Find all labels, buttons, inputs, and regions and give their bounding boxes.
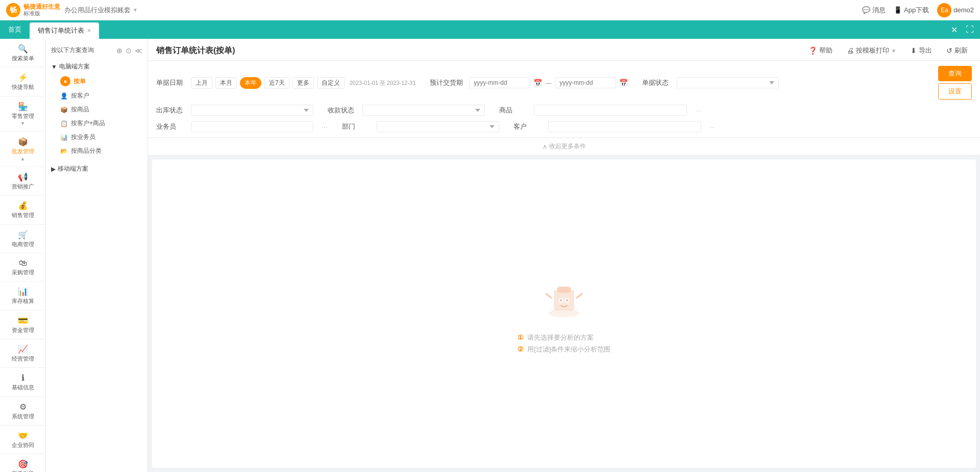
week-button[interactable]: 近7天 — [264, 77, 289, 89]
empty-illustration — [538, 272, 590, 323]
sidebar-item-search[interactable]: 🔍 搜索菜单 — [0, 39, 45, 67]
help-button[interactable]: ❓ 帮助 — [804, 44, 837, 57]
delivery-label: 出库状态 — [156, 106, 185, 115]
tree-child-by-goods-cat[interactable]: 📂 按商品分类 — [46, 144, 148, 158]
collapse-chevron-icon: ∧ — [543, 143, 547, 150]
empty-state: ① 请先选择要分析的方案 ② 用[过滤]条件来缩小分析范围 — [152, 159, 976, 468]
goods-input[interactable] — [534, 105, 687, 116]
system-icon: ⚙ — [19, 402, 27, 412]
wholesale-arrow-icon: ▲ — [20, 156, 26, 161]
sidebar-item-ecommerce[interactable]: 🛒 电商管理 — [0, 225, 45, 253]
salesman-input[interactable] — [191, 121, 313, 132]
tree-child-by-customer-goods[interactable]: 📋 按客户+商品 — [46, 116, 148, 130]
maximize-icon[interactable]: ⛶ — [964, 23, 976, 36]
cal-from-icon[interactable]: 📅 — [533, 79, 542, 87]
salesman-more-icon[interactable]: ··· — [322, 123, 328, 131]
sidebar-item-enterprise[interactable]: 🤝 企业协同 — [0, 426, 45, 454]
tree-child-by-salesman[interactable]: 📊 按业务员 — [46, 130, 148, 144]
tab-home[interactable]: 首页 — [0, 20, 30, 39]
tree-parent-mobile-label: 移动端方案 — [58, 164, 88, 173]
delivery-select[interactable] — [191, 105, 313, 116]
sidebar-item-guide[interactable]: 🎯 新手引导 — [0, 454, 45, 472]
expected-date-to[interactable] — [555, 77, 616, 88]
cur-month-button[interactable]: 本月 — [215, 77, 237, 89]
sidebar-item-sales[interactable]: 💰 销售管理 — [0, 196, 45, 224]
search-button[interactable]: 查询 — [938, 66, 972, 81]
guide-icon: 🎯 — [18, 459, 28, 469]
user-area[interactable]: Ea demo2 — [937, 3, 974, 17]
sidebar-item-purchase[interactable]: 🛍 采购管理 — [0, 253, 45, 281]
tree-child-by-customer[interactable]: 👤 按客户 — [46, 89, 148, 103]
header-actions: ❓ 帮助 🖨 按模板打印 ▼ ⬇ 导出 ↺ — [804, 44, 972, 57]
settings-scheme-button[interactable]: ⊙ — [126, 46, 132, 55]
customer-more-icon[interactable]: ··· — [709, 123, 716, 131]
empty-text: ① 请先选择要分析的方案 ② 用[过滤]条件来缩小分析范围 — [518, 332, 611, 356]
customer-input[interactable] — [548, 121, 701, 132]
goods-more-icon[interactable]: ··· — [695, 106, 701, 114]
settings-button[interactable]: 设置 — [938, 83, 972, 100]
app-download-button[interactable]: 📱 App下载 — [894, 6, 929, 15]
prev-month-button[interactable]: 上月 — [191, 77, 212, 89]
payment-select[interactable] — [362, 105, 485, 116]
sidebar-item-inventory[interactable]: 📊 库存核算 — [0, 281, 45, 310]
sidebar-item-operations[interactable]: 📈 经营管理 — [0, 339, 45, 368]
finance-icon: 💳 — [18, 316, 28, 325]
add-scheme-button[interactable]: ⊕ — [116, 46, 122, 55]
left-panel: 按以下方案查询 ⊕ ⊙ ≪ ▼ 电脑端方案 ● 按单 👤 按客户 — [46, 39, 148, 472]
tree-expand-mobile-icon: ▶ — [51, 166, 56, 173]
tree-child-by-goods[interactable]: 📦 按商品 — [46, 103, 148, 116]
collapse-panel-button[interactable]: ≪ — [135, 46, 142, 55]
enterprise-icon: 🤝 — [18, 431, 28, 440]
dept-select[interactable] — [377, 121, 499, 132]
svg-line-8 — [577, 294, 582, 298]
tree-child-label: 按商品分类 — [71, 147, 102, 155]
tree-child-label: 按客户+商品 — [71, 119, 105, 128]
marketing-icon: 📢 — [18, 172, 28, 182]
expected-date-group: 📅 — 📅 — [469, 77, 628, 88]
collapse-button[interactable]: ∧ 收起更多条件 — [543, 142, 586, 151]
message-icon: 💬 — [862, 6, 870, 14]
message-button[interactable]: 💬 消息 — [862, 6, 886, 15]
cal-to-icon[interactable]: 📅 — [619, 79, 628, 87]
custom-date-button[interactable]: 自定义 — [317, 77, 345, 89]
date-filter-label: 单据日期 — [156, 78, 185, 87]
basic-info-icon: ℹ — [21, 373, 24, 383]
goods-label: 商品 — [499, 106, 528, 115]
goods-cat-scheme-icon: 📂 — [60, 148, 68, 155]
sidebar-item-basic-info[interactable]: ℹ 基础信息 — [0, 368, 45, 396]
more-date-button[interactable]: 更多 — [292, 77, 314, 89]
sidebar-item-marketing[interactable]: 📢 营销推广 — [0, 167, 45, 196]
date-separator: — — [545, 79, 552, 87]
refresh-button[interactable]: ↺ 刷新 — [942, 44, 972, 57]
expected-date-from[interactable] — [469, 77, 530, 88]
tree-parent-pc[interactable]: ▼ 电脑端方案 — [46, 60, 148, 74]
sidebar-item-finance[interactable]: 💳 资金管理 — [0, 311, 45, 339]
cur-year-button[interactable]: 本年 — [240, 77, 261, 89]
customer-goods-scheme-icon: 📋 — [60, 120, 68, 127]
sidebar-item-wholesale[interactable]: 📦 批发管理 ▲ — [0, 132, 45, 167]
refresh-icon: ↺ — [946, 46, 952, 55]
sidebar-item-system[interactable]: ⚙ 系统管理 — [0, 397, 45, 426]
filter-row-1: 单据日期 上月 本月 本年 近7天 更多 自定义 2023-01-01 至 20… — [156, 66, 972, 100]
sidebar-item-quick-nav[interactable]: ⚡ 快捷导航 — [0, 67, 45, 96]
retail-arrow-icon: ▼ — [20, 121, 26, 126]
print-icon: 🖨 — [847, 46, 854, 55]
close-window-icon[interactable]: ✕ — [949, 23, 960, 37]
tab-close-icon[interactable]: × — [87, 27, 91, 34]
ecommerce-icon: 🛒 — [18, 230, 28, 240]
breadcrumb[interactable]: 办公用品行业模拟账套 ▼ — [64, 6, 138, 15]
goods-scheme-icon: 📦 — [60, 106, 68, 113]
date-group: 上月 本月 本年 近7天 更多 自定义 2023-01-01 至 2023-12… — [191, 77, 415, 89]
tree-child-by-order[interactable]: ● 按单 — [46, 74, 148, 89]
inventory-icon: 📊 — [18, 287, 28, 296]
export-button[interactable]: ⬇ 导出 — [906, 44, 936, 57]
sidebar-item-retail[interactable]: 🏪 零售管理 ▼ — [0, 97, 45, 132]
salesman-label: 业务员 — [156, 122, 185, 131]
tab-sales-order[interactable]: 销售订单统计表 × — [30, 22, 99, 39]
date-range-display: 2023-01-01 至 2023-12-31 — [350, 79, 416, 87]
empty-hint-2: ② 用[过滤]条件来缩小分析范围 — [518, 343, 611, 355]
tree-parent-mobile[interactable]: ▶ 移动端方案 — [46, 162, 148, 176]
status-select[interactable] — [677, 77, 779, 88]
print-button[interactable]: 🖨 按模板打印 ▼ — [843, 44, 900, 57]
purchase-icon: 🛍 — [19, 258, 27, 268]
